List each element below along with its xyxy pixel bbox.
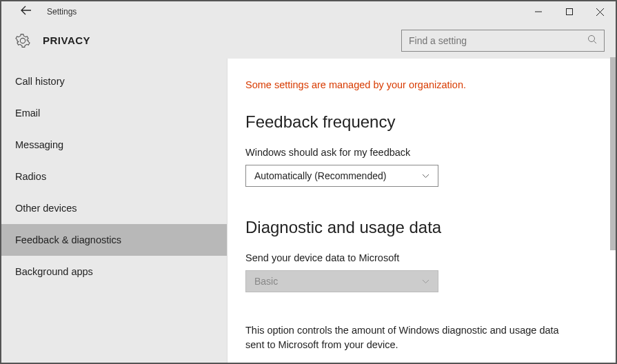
feedback-frequency-value: Automatically (Recommended) (254, 170, 386, 181)
sidebar-item-messaging[interactable]: Messaging (1, 129, 227, 161)
svg-point-4 (589, 36, 595, 42)
svg-line-5 (594, 41, 597, 44)
body: Call historyEmailMessagingRadiosOther de… (1, 59, 616, 363)
sidebar-item-email[interactable]: Email (1, 97, 227, 129)
diagnostic-data-label: Send your device data to Microsoft (245, 252, 598, 263)
gear-icon (15, 33, 30, 48)
window-controls (523, 1, 616, 22)
minimize-icon (535, 8, 542, 15)
scrollbar[interactable] (610, 57, 616, 250)
close-button[interactable] (585, 1, 616, 22)
org-notice: Some settings are managed by your organi… (245, 79, 598, 90)
maximize-button[interactable] (554, 1, 585, 22)
sidebar: Call historyEmailMessagingRadiosOther de… (1, 59, 227, 363)
arrow-left-icon (21, 5, 32, 16)
search-box[interactable] (401, 30, 605, 52)
sidebar-item-feedback-diagnostics[interactable]: Feedback & diagnostics (1, 224, 227, 256)
diagnostic-data-value: Basic (254, 276, 278, 287)
back-button[interactable] (21, 5, 41, 19)
search-input[interactable] (409, 35, 587, 46)
window-title: Settings (47, 7, 77, 17)
chevron-down-icon (422, 172, 429, 180)
search-icon (587, 34, 597, 46)
sidebar-item-other-devices[interactable]: Other devices (1, 192, 227, 224)
svg-rect-1 (566, 9, 572, 15)
chevron-down-icon (422, 277, 429, 285)
page-category: PRIVACY (43, 34, 90, 46)
close-icon (596, 8, 604, 16)
diagnostic-data-heading: Diagnostic and usage data (245, 218, 598, 237)
maximize-icon (566, 8, 573, 15)
feedback-frequency-heading: Feedback frequency (245, 112, 598, 132)
feedback-frequency-label: Windows should ask for my feedback (245, 147, 598, 158)
titlebar: Settings (1, 1, 616, 22)
diagnostic-data-description: This option controls the amount of Windo… (245, 323, 569, 352)
content-pane: Some settings are managed by your organi… (227, 59, 616, 363)
feedback-frequency-select[interactable]: Automatically (Recommended) (245, 165, 438, 187)
sidebar-item-radios[interactable]: Radios (1, 161, 227, 192)
diagnostic-data-select: Basic (245, 270, 438, 292)
sidebar-item-call-history[interactable]: Call history (1, 65, 227, 97)
sidebar-item-background-apps[interactable]: Background apps (1, 256, 227, 287)
header: PRIVACY (1, 22, 616, 59)
minimize-button[interactable] (523, 1, 554, 22)
sidebar-item-calendar[interactable] (1, 59, 227, 65)
